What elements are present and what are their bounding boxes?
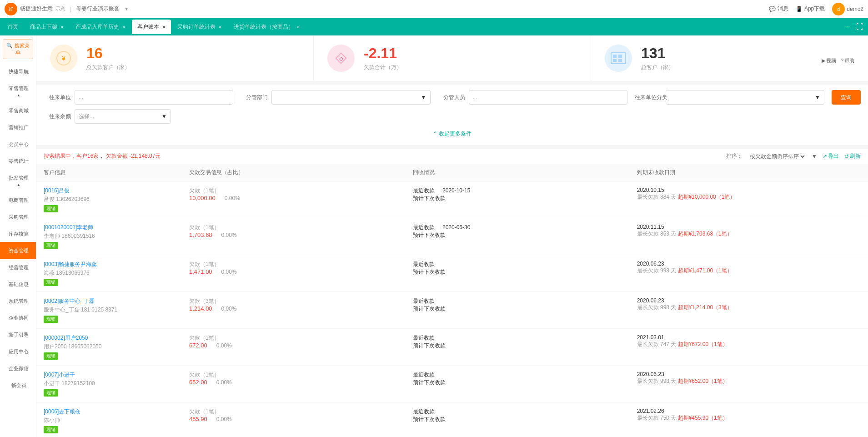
customer-name-5[interactable]: [000002]用户2050 bbox=[44, 334, 189, 342]
debt-amount-3: 1,471.00 bbox=[189, 268, 212, 275]
balance-select[interactable]: 选择... ▼ bbox=[75, 109, 171, 124]
source-unit-input[interactable]: ... bbox=[75, 90, 233, 105]
tab-goods-stats-label: 进货单统计表（按商品） bbox=[234, 23, 294, 31]
message-label: 消息 bbox=[778, 5, 788, 13]
tab-minimize-icon[interactable]: ─ bbox=[842, 23, 853, 31]
customer-tag-7: 现销 bbox=[44, 426, 58, 433]
customer-name-7[interactable]: [0006]去下粮仓 bbox=[44, 408, 189, 416]
debt-amount-row-5: 672.00 0.00% bbox=[189, 342, 413, 349]
sidebar-item-retail-stat[interactable]: 零售统计 bbox=[0, 152, 36, 169]
tab-goods-stats-close[interactable]: ✕ bbox=[296, 25, 300, 30]
tab-product-inbound-label: 产成品入库单历史 bbox=[75, 23, 119, 31]
stat-total-customers-info: 131 总客户（家） bbox=[641, 45, 674, 71]
sidebar-item-basic[interactable]: 基础信息 bbox=[0, 276, 36, 292]
debt-amount-row-6: 652.00 0.00% bbox=[189, 379, 413, 386]
tab-purchase-order[interactable]: 采购订单统计表 ✕ bbox=[172, 20, 227, 34]
source-unit-label: 往来单位 bbox=[44, 94, 71, 101]
customer-sub-6: 小进干 18279152100 bbox=[44, 380, 189, 387]
overdue-amount-7[interactable]: 超期¥455.90（1笔） bbox=[678, 415, 728, 421]
sidebar-item-enterprise-coop[interactable]: 企业协同 bbox=[0, 309, 36, 326]
export-btn[interactable]: ↗ 导出 bbox=[823, 152, 839, 160]
overdue-days-7: 最长欠款 750 天 超期¥455.90（1笔） bbox=[637, 414, 861, 422]
overdue-amount-6[interactable]: 超期¥652.00（1笔） bbox=[678, 378, 728, 384]
sidebar-item-retail-mall[interactable]: 零售商城 bbox=[0, 102, 36, 119]
sidebar-item-warehouse[interactable]: 库存核算 bbox=[0, 225, 36, 242]
sidebar-item-system[interactable]: 系统管理 bbox=[0, 292, 36, 309]
refresh-btn[interactable]: ↺ 刷新 bbox=[844, 152, 861, 160]
sidebar-item-retail-mgmt[interactable]: 零售管理 ▲ bbox=[0, 80, 36, 102]
customer-name-4[interactable]: [0002]服务中心_丁磊 bbox=[44, 297, 189, 305]
dept-select[interactable]: ▼ bbox=[271, 90, 430, 105]
table-row: [0016]吕俊 吕俊 13026203696 现销 欠款（1笔） 10,000… bbox=[36, 181, 868, 218]
sidebar-item-enterprise-wechat[interactable]: 企业微信 bbox=[0, 360, 36, 377]
sidebar-item-new-guide[interactable]: 新手引导 bbox=[0, 326, 36, 343]
overdue-amount-3[interactable]: 超期¥1,471.00（1笔） bbox=[678, 267, 733, 274]
due-cell-2: 2020.11.15 最长欠款 853 天 超期¥1,703.68（1笔） bbox=[637, 224, 861, 249]
sidebar-item-app-center[interactable]: 应用中心 bbox=[0, 343, 36, 360]
tab-expand-icon[interactable]: ⛶ bbox=[853, 23, 866, 31]
overdue-days-2: 最长欠款 853 天 超期¥1,703.68（1笔） bbox=[637, 230, 861, 238]
message-btn[interactable]: 💬 消息 bbox=[769, 5, 788, 13]
sidebar-item-marketing[interactable]: 营销推广 bbox=[0, 119, 36, 136]
sidebar-item-ecommerce[interactable]: 电商管理 bbox=[0, 191, 36, 208]
tab-purchase-order-close[interactable]: ✕ bbox=[218, 25, 222, 30]
tab-product-shelf[interactable]: 商品上下架 ✕ bbox=[25, 20, 69, 34]
tab-product-inbound[interactable]: 产成品入库单历史 ✕ bbox=[70, 20, 131, 34]
overdue-amount-2[interactable]: 超期¥1,703.68（1笔） bbox=[678, 231, 733, 237]
customer-name-2[interactable]: [0001020001]李老师 bbox=[44, 224, 189, 231]
logo-area: 好 畅捷通好生意 示意 bbox=[5, 3, 65, 15]
due-date-2: 2020.11.15 bbox=[637, 224, 861, 230]
next-payment-5: 预计下次收款 bbox=[413, 342, 637, 350]
unit-class-select[interactable]: ▼ bbox=[666, 90, 824, 105]
sidebar-item-quick-nav[interactable]: 快捷导航 bbox=[0, 63, 36, 80]
dept-filter: 分管部门 ▼ bbox=[241, 90, 430, 105]
video-link[interactable]: ▶ 视频 bbox=[822, 57, 836, 64]
overdue-amount-5[interactable]: 超期¥672.00（1笔） bbox=[678, 341, 728, 347]
tab-customer-account[interactable]: 客户账本 ✕ bbox=[132, 20, 171, 34]
collapse-up-icon: ⌃ bbox=[433, 131, 439, 137]
customer-cell-2: [0001020001]李老师 李老师 18600391516 现销 bbox=[44, 224, 189, 249]
customer-name-3[interactable]: [0003]畅捷服务尹海蕊 bbox=[44, 261, 189, 268]
sidebar-item-finance[interactable]: 资金管理 bbox=[0, 242, 36, 259]
overdue-amount-4[interactable]: 超期¥1,214.00（3笔） bbox=[678, 304, 733, 311]
debt-count-3: 欠款（1笔） bbox=[189, 261, 413, 268]
logo-icon: 好 bbox=[5, 3, 17, 15]
customer-name-1[interactable]: [0016]吕俊 bbox=[44, 187, 189, 195]
customer-name-6[interactable]: [0007]小进干 bbox=[44, 371, 189, 379]
next-payment-7: 预计下次收款 bbox=[413, 416, 637, 423]
app-download-btn[interactable]: 📱 App下载 bbox=[796, 5, 825, 13]
sidebar-item-purchase[interactable]: 采购管理 bbox=[0, 208, 36, 225]
tab-customer-account-close[interactable]: ✕ bbox=[162, 25, 166, 30]
user-avatar-btn[interactable]: d demo2 bbox=[832, 3, 863, 15]
overdue-amount-1[interactable]: 超期¥10,000.00（1笔） bbox=[678, 194, 736, 200]
tab-product-inbound-close[interactable]: ✕ bbox=[122, 25, 125, 30]
company-dropdown-icon[interactable]: ▼ bbox=[124, 6, 129, 11]
sort-select[interactable]: 按欠款金额倒序排序 bbox=[748, 153, 806, 160]
due-cell-1: 2020.10.15 最长欠款 884 天 超期¥10,000.00（1笔） bbox=[637, 187, 861, 212]
tab-goods-stats[interactable]: 进货单统计表（按商品） ✕ bbox=[228, 20, 306, 34]
table-row: [0003]畅捷服务尹海蕊 海燕 18513066976 现销 欠款（1笔） 1… bbox=[36, 255, 868, 292]
tab-home[interactable]: 首页 bbox=[2, 20, 24, 34]
sidebar-item-operation[interactable]: 经营管理 bbox=[0, 259, 36, 276]
filter-row-1: 往来单位 ... 分管部门 ▼ 分管人员 ... bbox=[44, 90, 861, 105]
sidebar-item-member[interactable]: 会员中心 bbox=[0, 136, 36, 152]
overdue-days-5: 最长欠款 747 天 超期¥672.00（1笔） bbox=[637, 341, 861, 348]
debt-percent-3: 0.00% bbox=[221, 269, 237, 275]
sidebar-item-batch-mgmt[interactable]: 批发管理 ▲ bbox=[0, 169, 36, 191]
due-cell-4: 2020.06.23 最长欠款 998 天 超期¥1,214.00（3笔） bbox=[637, 297, 861, 323]
last-payment-2: 最近收款 2020-06-30 bbox=[413, 224, 637, 231]
col-collection: 回收情况 bbox=[413, 169, 637, 176]
debt-cell-6: 欠款（1笔） 652.00 0.00% bbox=[189, 371, 413, 397]
table-header: 客户信息 欠款交易信息（占比） 回收情况 到期未收款日期 bbox=[36, 164, 868, 181]
stat-owed-amount-label: 欠款合计（万） bbox=[364, 64, 402, 71]
search-button[interactable]: 查询 bbox=[832, 90, 861, 105]
tab-product-shelf-close[interactable]: ✕ bbox=[60, 25, 64, 30]
collapse-label: 收起更多条件 bbox=[439, 131, 472, 137]
sidebar-search-btn[interactable]: 🔍 搜索菜单 bbox=[3, 39, 33, 59]
collapse-row[interactable]: ⌃ 收起更多条件 bbox=[44, 128, 861, 140]
person-input[interactable]: ... bbox=[469, 90, 627, 105]
sidebar-item-vip-member[interactable]: 畅会员 bbox=[0, 377, 36, 393]
last-payment-4: 最近收款 bbox=[413, 297, 637, 305]
help-link[interactable]: ? 帮助 bbox=[841, 57, 854, 64]
company-label[interactable]: 母婴行业演示账套 bbox=[76, 5, 120, 13]
